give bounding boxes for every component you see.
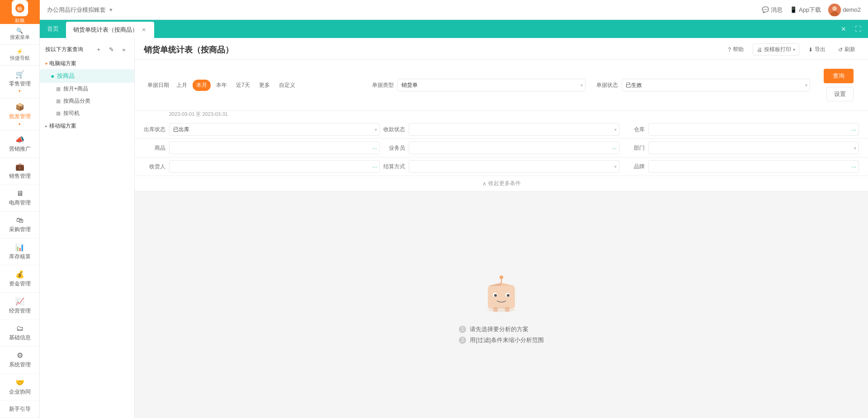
date-range-row: 2023-03-01 至 2023-03-31 — [135, 111, 868, 120]
filter-row-4: 收货人 ··· 结算方式 品牌 — [135, 157, 868, 176]
doc-status-input[interactable] — [622, 79, 810, 91]
query-btn[interactable]: 查询 — [824, 69, 854, 83]
date-btn-custom[interactable]: 自定义 — [275, 80, 299, 91]
nav-icon: ⚡ — [16, 48, 23, 55]
scheme-by-goods[interactable]: ● 按商品 — [40, 69, 134, 83]
retail-arrow: ▾ — [19, 89, 21, 93]
page-title: 销货单统计表（按商品） — [144, 44, 233, 55]
payment-status-input[interactable] — [409, 123, 619, 136]
warehouse-input[interactable] — [648, 123, 859, 136]
filter-row-2: 出库状态 收款状态 仓库 — [135, 120, 868, 139]
date-btn-this-year[interactable]: 本年 — [212, 80, 231, 91]
system-label: 系统管理 — [9, 361, 31, 369]
search-menu[interactable]: 🔍 搜索菜单 — [0, 24, 39, 45]
export-icon: ⬇ — [808, 47, 813, 53]
doc-type-control — [397, 79, 586, 91]
svg-rect-16 — [505, 307, 509, 312]
avatar — [828, 4, 841, 16]
svg-point-10 — [494, 294, 497, 297]
date-btn-7days[interactable]: 近7天 — [232, 80, 254, 91]
recipient-item: 收货人 ··· — [144, 160, 380, 173]
logo-icon: 畅 — [12, 0, 28, 16]
recipient-input[interactable] — [169, 160, 380, 173]
marketing-icon: 📣 — [15, 135, 24, 144]
tab-close-window-btn[interactable]: ✕ — [837, 23, 850, 35]
goods-input[interactable] — [169, 142, 380, 154]
scheme-driver-label: 按司机 — [63, 109, 80, 117]
scheme-cat-icon: ▦ — [56, 98, 61, 104]
recipient-control: ··· — [169, 160, 380, 173]
desktop-section-label: 电脑端方案 — [49, 60, 76, 67]
brand-input[interactable] — [648, 160, 859, 173]
app-logo[interactable]: 畅 标账 — [0, 0, 40, 24]
user-menu[interactable]: demo2 — [828, 4, 861, 16]
sidebar-item-marketing[interactable]: 📣 营销推广 — [0, 131, 39, 158]
mobile-section-header[interactable]: ▸ 移动端方案 — [40, 119, 134, 132]
date-btn-last-month[interactable]: 上月 — [173, 80, 191, 91]
sidebar-item-collab[interactable]: 🤝 企业协同 — [0, 374, 39, 401]
empty-tip-2: 2 用[过滤]条件来缩小分析范围 — [459, 336, 543, 344]
out-status-control — [169, 123, 380, 136]
scheme-by-driver[interactable]: ▦ 按司机 — [40, 107, 134, 119]
settings-btn[interactable]: 设置 — [826, 87, 854, 101]
brand-control: ··· — [648, 160, 859, 173]
refresh-btn[interactable]: ↺ 刷新 — [835, 44, 859, 55]
operation-label: 经营管理 — [9, 307, 31, 315]
print-label: 按模板打印 — [764, 46, 791, 53]
app-download-btn[interactable]: 📱 App下载 — [790, 6, 821, 14]
tip-text-1: 请先选择要分析的方案 — [470, 325, 528, 333]
sidebar-item-wholesale[interactable]: 📦 批发管理 ▴ — [0, 98, 39, 131]
desktop-section-header[interactable]: ▾ 电脑端方案 — [40, 57, 134, 69]
help-btn[interactable]: ? 帮助 — [724, 44, 747, 55]
svg-marker-6 — [488, 283, 501, 286]
svg-point-11 — [507, 294, 509, 297]
brand-item: 品牌 ··· — [623, 160, 859, 173]
scheme-by-category[interactable]: ▦ 按商品分类 — [40, 95, 134, 107]
inventory-icon: 📊 — [15, 243, 24, 252]
scheme-month-icon: ▦ — [56, 86, 61, 92]
sidebar-item-purchase[interactable]: 🛍 采购管理 — [0, 212, 39, 238]
tab-active[interactable]: 销货单统计表（按商品） ✕ — [66, 22, 154, 38]
sidebar-item-sales[interactable]: 💼 销售管理 — [0, 158, 39, 185]
collapse-btn[interactable]: ∧ 收起更多条件 — [482, 180, 521, 187]
edit-scheme-btn[interactable]: ✎ — [106, 44, 116, 54]
sidebar-item-operation[interactable]: 📈 经营管理 — [0, 293, 39, 320]
sidebar-item-retail[interactable]: 🛒 零售管理 ▾ — [0, 66, 39, 98]
sidebar-item-basic[interactable]: 🗂 基础信息 — [0, 320, 39, 347]
brand-label: 品牌 — [623, 163, 648, 171]
print-btn[interactable]: 🖨 按模板打印 ▾ — [753, 43, 799, 56]
industry-dropdown-icon[interactable]: ▾ — [109, 6, 113, 13]
out-status-label: 出库状态 — [144, 126, 169, 133]
sidebar-item-inventory[interactable]: 📊 库存核算 — [0, 238, 39, 266]
purchase-label: 采购管理 — [9, 226, 31, 233]
payment-status-control — [409, 123, 619, 136]
doc-type-input[interactable] — [397, 79, 586, 91]
payment-method-input[interactable] — [409, 160, 619, 173]
topbar-left: 办公用品行业模拟账套 ▾ — [47, 6, 113, 14]
sidebar-item-finance[interactable]: 💰 资金管理 — [0, 266, 39, 293]
tab-close-btn[interactable]: ✕ — [141, 26, 147, 34]
scheme-by-month-goods[interactable]: ▦ 按月+商品 — [40, 83, 134, 95]
quick-nav[interactable]: ⚡ 快捷导航 — [0, 45, 39, 66]
tab-home[interactable]: 首页 — [40, 20, 66, 38]
help-label: 帮助 — [733, 46, 744, 53]
out-status-input[interactable] — [169, 123, 380, 136]
svg-point-3 — [832, 6, 837, 11]
salesperson-input[interactable] — [409, 142, 619, 154]
add-scheme-btn[interactable]: + — [94, 44, 104, 54]
sidebar-item-guide[interactable]: 新手引导 — [0, 401, 39, 418]
left-panel-header: 按以下方案查询 + ✎ « — [40, 42, 134, 57]
collapse-icon: ∧ — [482, 180, 486, 187]
tab-maximize-btn[interactable]: ⛶ — [852, 23, 864, 35]
department-input[interactable] — [648, 142, 859, 154]
export-btn[interactable]: ⬇ 导出 — [805, 44, 829, 55]
date-btn-more[interactable]: 更多 — [255, 80, 274, 91]
sidebar-item-system[interactable]: ⚙ 系统管理 — [0, 347, 39, 374]
search-icon: 🔍 — [16, 28, 23, 34]
date-btn-this-month[interactable]: 本月 — [193, 80, 211, 91]
collapse-panel-btn[interactable]: « — [119, 44, 129, 54]
sidebar-item-ecommerce[interactable]: 🖥 电商管理 — [0, 185, 39, 212]
print-dropdown-icon: ▾ — [793, 47, 795, 52]
message-btn[interactable]: 💬 消息 — [762, 6, 783, 14]
export-label: 导出 — [815, 46, 826, 53]
